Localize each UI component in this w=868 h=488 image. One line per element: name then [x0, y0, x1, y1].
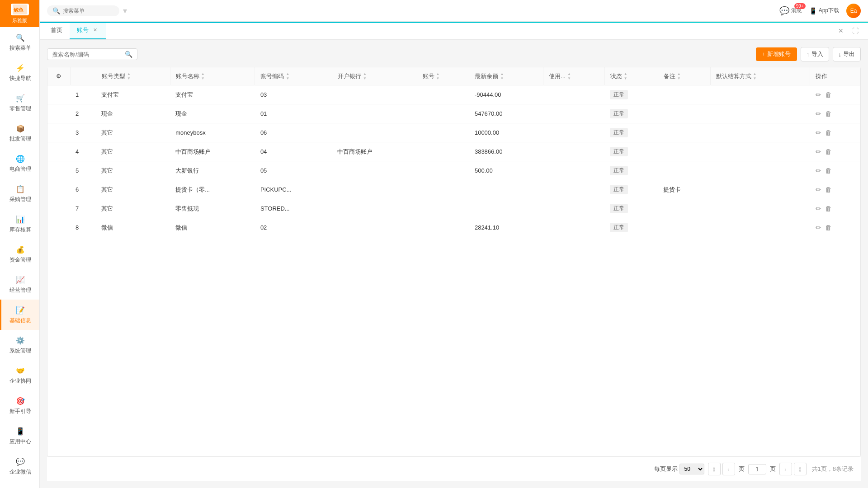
header-dropdown-icon[interactable]: ▾: [123, 6, 127, 16]
sidebar-item-label: 新手引导: [9, 408, 31, 415]
row-remark: [658, 104, 710, 123]
table-header-remark[interactable]: 备注 ▲▼: [658, 67, 710, 85]
page-prev-button[interactable]: ‹: [722, 463, 735, 475]
row-remark: [658, 218, 710, 237]
row-actions: ✏ 🗑: [810, 123, 860, 142]
sidebar-item-enterprise-wechat[interactable]: 💬 企业微信: [0, 451, 39, 481]
delete-button[interactable]: 🗑: [825, 91, 832, 99]
sidebar-item-operation-mgmt[interactable]: 📈 经营管理: [0, 269, 39, 300]
account-search-box: 🔍: [47, 48, 137, 60]
page-first-button[interactable]: ⟪: [708, 463, 721, 475]
sidebar-item-inventory[interactable]: 📊 库存核算: [0, 209, 39, 239]
delete-button[interactable]: 🗑: [825, 186, 832, 193]
search-menu-icon: 🔍: [15, 33, 25, 42]
sidebar-item-basic-info[interactable]: 📝 基础信息: [0, 300, 39, 330]
delete-button[interactable]: 🗑: [825, 129, 832, 136]
sidebar-item-app-center[interactable]: 📱 应用中心: [0, 421, 39, 451]
row-account-type: 其它: [96, 199, 170, 218]
header-search-input[interactable]: [63, 8, 114, 14]
delete-button[interactable]: 🗑: [825, 148, 832, 155]
tab-home[interactable]: 首页: [43, 22, 70, 39]
account-table: ⚙ 账号类型 ▲▼ 账号名称 ▲▼: [47, 67, 860, 237]
edit-button[interactable]: ✏: [816, 110, 821, 118]
notification-button[interactable]: 💬 消息 99+: [779, 6, 802, 16]
edit-button[interactable]: ✏: [816, 186, 821, 194]
sidebar-item-finance-mgmt[interactable]: 💰 资金管理: [0, 239, 39, 269]
row-bank: [332, 199, 417, 218]
edit-button[interactable]: ✏: [816, 91, 821, 99]
table-header-account-code[interactable]: 账号编码 ▲▼: [255, 67, 332, 85]
table-header-usage[interactable]: 使用... ▲▼: [543, 67, 605, 85]
sidebar-item-wholesale-mgmt[interactable]: 📦 批发管理: [0, 118, 39, 148]
user-avatar[interactable]: Ea: [846, 4, 861, 18]
row-account-code: PICKUPC...: [255, 180, 332, 199]
page-last-button[interactable]: ⟫: [794, 463, 807, 475]
header-right: 💬 消息 99+ 📱 App下载 Ea: [779, 4, 861, 18]
row-actions: ✏ 🗑: [810, 104, 860, 123]
sidebar-item-new-guide[interactable]: 🎯 新手引导: [0, 390, 39, 421]
sort-icons: ▲▼: [436, 72, 440, 80]
sidebar-item-ecommerce-mgmt[interactable]: 🌐 电商管理: [0, 148, 39, 178]
sidebar-item-purchase-mgmt[interactable]: 📋 采购管理: [0, 178, 39, 209]
per-page-select[interactable]: 50 20 100: [679, 464, 704, 474]
sort-icons: ▲▼: [286, 72, 289, 80]
table-header-bank[interactable]: 开户银行 ▲▼: [332, 67, 417, 85]
row-account-name: 大新银行: [170, 161, 255, 180]
delete-button[interactable]: 🗑: [825, 167, 832, 174]
page-separator: 页: [770, 465, 776, 473]
table-header-status[interactable]: 状态 ▲▼: [604, 67, 658, 85]
delete-button[interactable]: 🗑: [825, 224, 832, 231]
row-default-settlement: [710, 199, 810, 218]
sidebar-item-enterprise-agreement[interactable]: 🤝 企业协同: [0, 360, 39, 390]
edit-button[interactable]: ✏: [816, 167, 821, 175]
import-button[interactable]: ↑ 导入: [801, 47, 829, 61]
page-number-input[interactable]: [748, 464, 766, 474]
edit-button[interactable]: ✏: [816, 129, 821, 137]
table-header-default-settlement[interactable]: 默认结算方式 ▲▼: [710, 67, 810, 85]
account-search-input[interactable]: [52, 51, 122, 58]
tab-account[interactable]: 账号 ✕: [70, 22, 106, 39]
page-size-selector: 每页显示 50 20 100: [654, 464, 704, 474]
sidebar-item-system-mgmt[interactable]: ⚙️ 系统管理: [0, 330, 39, 360]
row-gear: [47, 123, 70, 142]
sort-icons: ▲▼: [567, 72, 571, 80]
row-usage: [543, 180, 605, 199]
sort-icons: ▲▼: [363, 72, 367, 80]
tab-expand-button[interactable]: ⛶: [850, 25, 861, 36]
table-header-balance[interactable]: 最新余额 ▲▼: [469, 67, 543, 85]
delete-button[interactable]: 🗑: [825, 110, 832, 117]
export-button[interactable]: ↓ 导出: [833, 47, 861, 61]
add-account-button[interactable]: + 新增账号: [756, 47, 797, 61]
row-default-settlement: [710, 180, 810, 199]
row-account-code: 04: [255, 142, 332, 161]
row-bank: [332, 161, 417, 180]
row-account-name: 现金: [170, 104, 255, 123]
sidebar-item-quick-nav[interactable]: ⚡ 快捷导航: [0, 57, 39, 88]
delete-button[interactable]: 🗑: [825, 205, 832, 212]
row-usage: [543, 104, 605, 123]
sidebar-item-vip-member[interactable]: 👑 畅会员: [0, 481, 39, 488]
sidebar-item-retail-mgmt[interactable]: 🛒 零售管理: [0, 88, 39, 118]
edit-button[interactable]: ✏: [816, 205, 821, 213]
app-download-button[interactable]: 📱 App下载: [809, 7, 839, 14]
table-header-account-type[interactable]: 账号类型 ▲▼: [96, 67, 170, 85]
edit-button[interactable]: ✏: [816, 148, 821, 156]
app-logo: 鲸鱼 乐雅版: [0, 0, 39, 27]
row-gear: [47, 161, 70, 180]
tab-close-icon[interactable]: ✕: [91, 27, 99, 34]
table-header-gear[interactable]: ⚙: [47, 67, 70, 85]
account-search-icon[interactable]: 🔍: [125, 51, 132, 58]
edit-button[interactable]: ✏: [816, 224, 821, 232]
page-next-button[interactable]: ›: [779, 463, 792, 475]
row-balance: 547670.00: [469, 104, 543, 123]
sidebar-item-search-menu[interactable]: 🔍 搜索菜单: [0, 27, 39, 57]
row-account-type: 其它: [96, 123, 170, 142]
sidebar-item-label: 基础信息: [9, 317, 31, 324]
sidebar-item-label: 经营管理: [9, 286, 31, 294]
row-account-code: STORED...: [255, 199, 332, 218]
table-header-index: [70, 67, 96, 85]
table-header-account[interactable]: 账号 ▲▼: [417, 67, 469, 85]
row-balance: -90444.00: [469, 85, 543, 104]
table-header-account-name[interactable]: 账号名称 ▲▼: [170, 67, 255, 85]
tab-close-all-button[interactable]: ✕: [835, 25, 846, 36]
